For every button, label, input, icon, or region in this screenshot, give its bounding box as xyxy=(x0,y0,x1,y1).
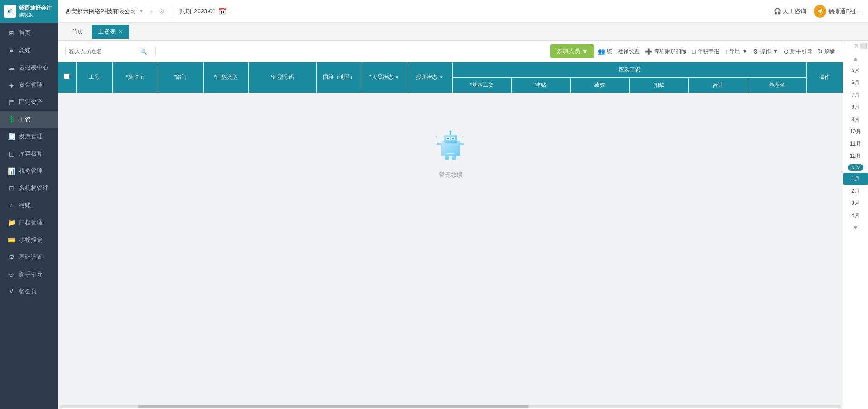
horizontal-scrollbar[interactable] xyxy=(58,404,843,409)
archive-icon: 📁 xyxy=(7,219,15,226)
toolbar: 🔍 添加人员 ▼ 👥 统一社保设置 ➕ 专项附加扣除 xyxy=(58,41,843,62)
th-cert-no: *证型号码 xyxy=(248,62,316,93)
sidebar-item-fund[interactable]: ◈ 资金管理 xyxy=(0,76,58,93)
export-btn[interactable]: ↑ 导出 ▼ xyxy=(725,48,747,55)
sidebar-item-expense[interactable]: 💳 小畅报销 xyxy=(0,231,58,248)
sidebar-item-salary[interactable]: 💲 工资 xyxy=(0,111,58,128)
month-2022-7[interactable]: 7月 xyxy=(843,89,868,101)
special-deduct-btn[interactable]: ➕ 专项附加扣除 xyxy=(645,48,687,55)
sidebar-item-guide[interactable]: ⊙ 新手引导 xyxy=(0,266,58,283)
user-menu[interactable]: 畅 畅捷通B组... xyxy=(814,5,861,18)
month-2022-5[interactable]: 5月 xyxy=(843,64,868,77)
year-2023-badge: 2023 xyxy=(848,164,863,171)
sidebar: 好 畅捷通好会计 旗舰版 ⊞ 首页 ≡ 总账 ☁ 云报表中心 ◈ 资金管理 ▦ … xyxy=(0,0,58,409)
th-base: *基本工资 xyxy=(452,78,511,93)
month-2022-9[interactable]: 9月 xyxy=(843,113,868,126)
month-2022-6[interactable]: 6月 xyxy=(843,77,868,89)
cloud-icon: ☁ xyxy=(7,64,15,71)
th-action: 操作 xyxy=(806,62,843,93)
tab-bar: 首页 工资表 ✕ xyxy=(58,23,868,41)
sidebar-item-asset[interactable]: ▦ 固定资产 xyxy=(0,93,58,111)
sidebar-item-home[interactable]: ⊞ 首页 xyxy=(0,24,58,42)
social-icon: 👥 xyxy=(598,48,605,55)
month-2023-4[interactable]: 4月 xyxy=(843,209,868,222)
th-total: 合计 xyxy=(689,78,747,93)
tax-declare-icon: □ xyxy=(692,48,696,55)
guide-btn[interactable]: ⊙ 新手引导 xyxy=(784,48,812,55)
month-2023-2[interactable]: 2月 xyxy=(843,185,868,197)
svg-rect-5 xyxy=(452,138,454,139)
support-button[interactable]: 🎧 人工咨询 xyxy=(774,7,806,15)
close-panel-btn[interactable]: ✕ xyxy=(854,43,859,49)
headset-icon: 🎧 xyxy=(774,8,781,15)
expand-panel-btn[interactable]: ⬜ xyxy=(860,43,867,49)
month-2022-11[interactable]: 11月 xyxy=(843,138,868,150)
svg-point-7 xyxy=(449,130,451,132)
logo-icon: 好 xyxy=(4,5,16,18)
th-name[interactable]: *姓名 ⇅ xyxy=(112,62,158,93)
sort-icon: ⇅ xyxy=(141,75,144,80)
th-deduct: 扣款 xyxy=(629,78,688,93)
sidebar-item-member[interactable]: V 畅会员 xyxy=(0,283,58,300)
sidebar-item-ledger[interactable]: ≡ 总账 xyxy=(0,42,58,59)
header: 西安虾米网络科技有限公司 ▼ + ⚙ 账期 2023-01 📅 🎧 人工咨询 畅… xyxy=(58,0,868,23)
svg-rect-1 xyxy=(444,135,457,143)
th-status[interactable]: *人员状态 ▼ xyxy=(362,62,407,93)
svg-rect-11 xyxy=(437,143,441,145)
invoice-icon: 🧾 xyxy=(7,133,15,140)
add-company-btn[interactable]: + xyxy=(149,7,153,15)
sidebar-item-multi[interactable]: ⊡ 多机构管理 xyxy=(0,180,58,197)
svg-rect-4 xyxy=(447,138,449,139)
scrollbar-track xyxy=(60,405,841,408)
th-checkbox[interactable] xyxy=(58,62,76,93)
refresh-btn[interactable]: ↻ 刷新 xyxy=(818,48,835,55)
sidebar-item-basic[interactable]: ⚙ 基础设置 xyxy=(0,248,58,266)
month-2023-1[interactable]: 1月 xyxy=(843,173,868,185)
svg-text:✦: ✦ xyxy=(435,135,438,139)
sidebar-item-inventory[interactable]: ▤ 库存核算 xyxy=(0,145,58,162)
calendar-icon[interactable]: 📅 xyxy=(218,8,226,15)
sidebar-item-settle[interactable]: ✓ 结账 xyxy=(0,197,58,214)
tab-salary[interactable]: 工资表 ✕ xyxy=(92,25,129,39)
basic-icon: ⚙ xyxy=(7,253,15,261)
toolbar-actions: 👥 统一社保设置 ➕ 专项附加扣除 □ 个税申报 ↑ 导出 ▼ xyxy=(598,48,835,55)
scroll-up-btn[interactable]: ▲ xyxy=(851,54,861,64)
multi-icon: ⊡ xyxy=(7,185,15,192)
export-chevron-icon: ▼ xyxy=(742,48,747,54)
search-box[interactable]: 🔍 xyxy=(65,46,156,57)
header-right: 🎧 人工咨询 畅 畅捷通B组... xyxy=(774,5,861,18)
sidebar-item-tax[interactable]: 📊 税务管理 xyxy=(0,162,58,180)
special-icon: ➕ xyxy=(645,48,652,55)
chevron-down-icon: ▼ xyxy=(139,9,144,14)
asset-icon: ▦ xyxy=(7,98,15,106)
app-logo: 好 畅捷通好会计 旗舰版 xyxy=(0,0,58,23)
sidebar-item-report[interactable]: ☁ 云报表中心 xyxy=(0,59,58,76)
month-2022-12[interactable]: 12月 xyxy=(843,150,868,162)
expense-icon: 💳 xyxy=(7,236,15,243)
export-icon: ↑ xyxy=(725,48,728,55)
empty-state: ✦ ✦ 暂无数据 xyxy=(58,93,843,215)
month-2022-8[interactable]: 8月 xyxy=(843,101,868,113)
scrollbar-thumb[interactable] xyxy=(138,405,529,408)
month-2022-10[interactable]: 10月 xyxy=(843,126,868,138)
add-person-button[interactable]: 添加人员 ▼ xyxy=(550,44,594,58)
sidebar-item-invoice[interactable]: 🧾 发票管理 xyxy=(0,128,58,145)
fund-icon: ◈ xyxy=(7,81,15,88)
operate-btn[interactable]: ⚙ 操作 ▼ xyxy=(753,48,778,55)
tab-home[interactable]: 首页 xyxy=(65,25,90,39)
filter-report-icon: ▼ xyxy=(439,75,444,80)
tab-close-icon[interactable]: ✕ xyxy=(118,29,123,35)
sidebar-item-archive[interactable]: 📁 归档管理 xyxy=(0,214,58,231)
search-icon: 🔍 xyxy=(140,48,147,55)
tax-declare-btn[interactable]: □ 个税申报 xyxy=(692,48,719,55)
settings-icon[interactable]: ⚙ xyxy=(159,8,165,15)
month-2023-3[interactable]: 3月 xyxy=(843,197,868,209)
social-insurance-btn[interactable]: 👥 统一社保设置 xyxy=(598,48,640,55)
svg-text:✦: ✦ xyxy=(462,135,464,138)
select-all-checkbox[interactable] xyxy=(64,73,70,79)
company-selector[interactable]: 西安虾米网络科技有限公司 ▼ xyxy=(65,7,144,15)
tax-icon: 📊 xyxy=(7,167,15,175)
search-input[interactable] xyxy=(69,48,137,54)
scroll-down-btn[interactable]: ▼ xyxy=(851,222,861,233)
th-report[interactable]: 报送状态 ▼ xyxy=(407,62,452,93)
